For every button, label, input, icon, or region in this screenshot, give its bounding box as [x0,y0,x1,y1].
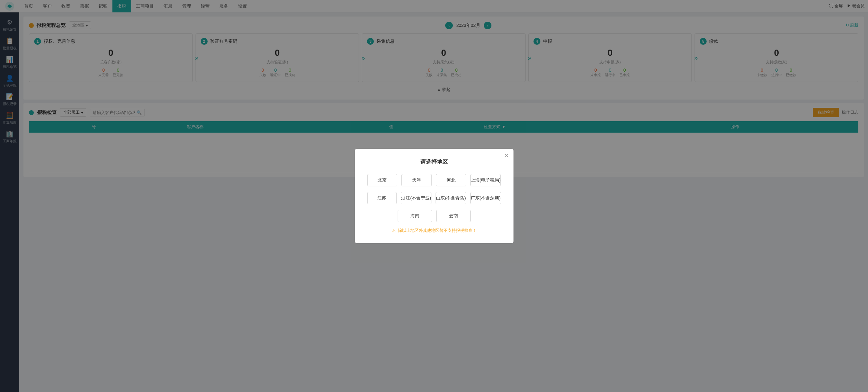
modal-row1: 北京天津河北上海(电子税局) [367,174,501,186]
region-btn-北京[interactable]: 北京 [367,174,398,186]
modal-row2: 江苏浙江(不含宁波)山东(不含青岛)广东(不含深圳) [367,192,501,204]
modal-row3: 海南云南 [367,210,501,222]
region-btn-天津[interactable]: 天津 [401,174,432,186]
region-btn-上海(电子税局)[interactable]: 上海(电子税局) [470,174,501,186]
region-btn-海南[interactable]: 海南 [398,210,432,222]
region-btn-浙江(不含宁波)[interactable]: 浙江(不含宁波) [401,192,431,204]
region-btn-江苏[interactable]: 江苏 [367,192,397,204]
warning-icon: ⚠ [392,228,396,233]
region-btn-云南[interactable]: 云南 [436,210,471,222]
modal-close-btn[interactable]: ✕ [504,153,509,158]
modal-overlay[interactable]: ✕ 请选择地区 北京天津河北上海(电子税局) 江苏浙江(不含宁波)山东(不含青岛… [0,0,868,392]
region-btn-广东(不含深圳)[interactable]: 广东(不含深圳) [470,192,501,204]
region-btn-河北[interactable]: 河北 [436,174,466,186]
modal-title: 请选择地区 [367,158,501,166]
region-select-modal: ✕ 请选择地区 北京天津河北上海(电子税局) 江苏浙江(不含宁波)山东(不含青岛… [355,149,513,243]
region-btn-山东(不含青岛)[interactable]: 山东(不含青岛) [436,192,466,204]
modal-warning: ⚠ 除以上地区外其他地区暂不支持报税检查！ [367,228,501,234]
